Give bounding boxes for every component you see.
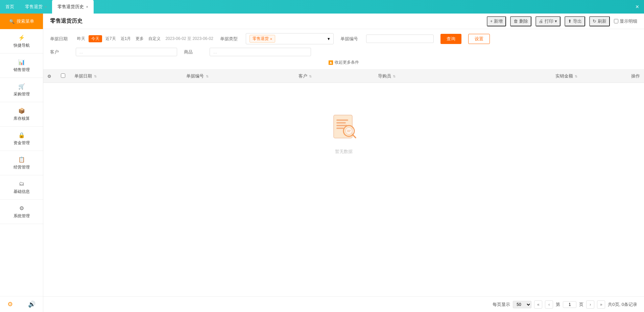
export-label: 导出	[573, 18, 582, 24]
goods-filter-label: 商品	[184, 49, 203, 55]
delete-icon: 🗑	[514, 19, 518, 24]
export-button[interactable]: ⬆ 导出	[565, 16, 585, 26]
number-filter-label: 单据编号	[340, 36, 359, 42]
sidebar-item-quick-nav[interactable]: ⚡ 快捷导航	[0, 29, 43, 53]
tab-retail-return[interactable]: 零售退货 ×	[20, 0, 52, 14]
export-icon: ⬆	[568, 19, 572, 24]
type-filter-tag: 零售退货 ×	[249, 35, 275, 43]
audio-icon[interactable]: 🔊	[28, 300, 35, 308]
svg-rect-1	[336, 119, 348, 121]
sidebar-item-quick-nav-label: 快捷导航	[14, 43, 30, 48]
filter-row-2: 客户 商品	[50, 48, 637, 56]
sidebar-item-purchase-label: 采购管理	[14, 91, 30, 97]
sidebar-item-base-info[interactable]: 🗂 基础信息	[0, 175, 43, 200]
settings-gear-icon[interactable]: ⚙	[47, 74, 51, 79]
display-detail-checkbox[interactable]: 显示明细	[614, 18, 637, 24]
delete-label: 删除	[519, 18, 528, 24]
sidebar-item-system[interactable]: ⚙ 系统管理	[0, 200, 43, 224]
sales-icon: 📊	[18, 58, 25, 66]
total-records-label: 共0页, 0条记录	[608, 302, 637, 308]
page-number-input[interactable]	[563, 301, 576, 308]
last-page-button[interactable]: »	[597, 300, 605, 309]
last-page-icon: »	[600, 302, 602, 307]
delete-button[interactable]: 🗑 删除	[510, 16, 531, 26]
empty-cell: 暂无数据	[43, 83, 644, 182]
type-filter-select[interactable]: 零售退货 × ▾	[246, 33, 334, 44]
th-date[interactable]: 单据日期 ⇅	[70, 70, 182, 83]
th-number[interactable]: 单据编号 ⇅	[182, 70, 294, 83]
sidebar-item-inventory-label: 库存核算	[14, 116, 30, 121]
th-customer[interactable]: 客户 ⇅	[294, 70, 374, 83]
prev-page-button[interactable]: ‹	[545, 300, 553, 309]
settings-button[interactable]: 设置	[468, 34, 490, 44]
svg-rect-4	[336, 128, 344, 129]
sidebar-search[interactable]: 🔍 搜索菜单	[0, 14, 43, 29]
th-amount-label: 实销金额	[555, 73, 573, 79]
next-page-icon: ›	[590, 302, 591, 307]
th-date-label: 单据日期	[74, 73, 92, 79]
table-body: 暂无数据	[43, 83, 644, 182]
sidebar-item-purchase[interactable]: 🛒 采购管理	[0, 78, 43, 102]
type-tag-close[interactable]: ×	[270, 37, 272, 41]
date-opt-more[interactable]: 更多	[134, 35, 145, 42]
settings-bottom-icon[interactable]: ⚙	[7, 300, 13, 308]
refresh-button[interactable]: ↻ 刷新	[589, 16, 610, 26]
date-opt-today[interactable]: 今天	[89, 35, 102, 42]
next-page-button[interactable]: ›	[586, 300, 594, 309]
svg-point-6	[345, 128, 352, 134]
goods-filter-input[interactable]	[210, 48, 311, 56]
sidebar-item-operations-label: 经营管理	[14, 164, 30, 170]
system-icon: ⚙	[18, 204, 25, 212]
first-page-button[interactable]: «	[534, 300, 542, 309]
refresh-label: 刷新	[598, 18, 606, 24]
date-opt-custom[interactable]: 自定义	[147, 35, 162, 42]
add-button[interactable]: + 新增	[487, 16, 506, 26]
customer-filter-input[interactable]	[76, 48, 177, 56]
sidebar-item-inventory[interactable]: 📦 库存核算	[0, 102, 43, 127]
filter-area: 单据日期 昨天 今天 近7天 近1月 更多 自定义 2023-06-02 至 2…	[43, 29, 644, 70]
sidebar-item-finance[interactable]: 🔒 资金管理	[0, 127, 43, 151]
content-area: 零售退货历史 + 新增 🗑 删除 🖨 打印 ▾ ⬆ 导出 ↻	[43, 14, 644, 312]
display-detail-input[interactable]	[614, 19, 618, 23]
print-button[interactable]: 🖨 打印 ▾	[535, 16, 560, 26]
data-table: ⚙ 单据日期 ⇅ 单据编号 ⇅	[43, 70, 644, 182]
date-opt-1month[interactable]: 近1月	[119, 35, 133, 42]
th-number-label: 单据编号	[186, 73, 204, 79]
date-opt-yesterday[interactable]: 昨天	[76, 35, 87, 42]
sidebar-search-label: 搜索菜单	[17, 18, 34, 24]
svg-rect-3	[336, 125, 347, 126]
operations-icon: 📋	[18, 156, 25, 163]
tab-home-label: 首页	[5, 4, 14, 10]
th-customer-label: 客户	[299, 73, 307, 79]
select-all-checkbox[interactable]	[61, 73, 65, 78]
tab-retail-return-label: 零售退货	[25, 4, 43, 10]
date-opt-7days[interactable]: 近7天	[104, 35, 117, 42]
svg-line-7	[353, 135, 356, 138]
number-filter-input[interactable]	[366, 35, 434, 43]
tab-retail-return-history-close[interactable]: ×	[86, 5, 88, 9]
window-close-button[interactable]: ×	[630, 0, 644, 14]
collapse-button[interactable]: 🔼 收起更多条件	[50, 60, 637, 65]
sidebar-item-sales[interactable]: 📊 销售管理	[0, 53, 43, 78]
purchase-icon: 🛒	[18, 83, 25, 90]
main-layout: 🔍 搜索菜单 ⚡ 快捷导航 📊 销售管理 🛒 采购管理 📦 库存核算 🔒 资金管…	[0, 14, 644, 312]
empty-text: 暂无数据	[335, 149, 353, 155]
th-settings[interactable]: ⚙	[43, 70, 57, 83]
tab-retail-return-history[interactable]: 零售退货历史 ×	[52, 0, 93, 14]
th-amount[interactable]: 实销金额 ⇅	[470, 70, 581, 83]
th-guide-label: 导购员	[378, 73, 391, 79]
tab-home[interactable]: 首页	[0, 0, 20, 14]
th-guide[interactable]: 导购员 ⇅	[374, 70, 470, 83]
per-page-select[interactable]: 20 50 100	[513, 301, 531, 308]
filter-row-1: 单据日期 昨天 今天 近7天 近1月 更多 自定义 2023-06-02 至 2…	[50, 33, 637, 44]
tab-retail-return-history-label: 零售退货历史	[57, 4, 84, 10]
collapse-label: 收起更多条件	[335, 60, 359, 65]
sidebar-item-operations[interactable]: 📋 经营管理	[0, 151, 43, 175]
sidebar-bottom: ⚙ 🔊	[0, 296, 43, 312]
top-bar: 首页 零售退货 × 零售退货历史 × ×	[0, 0, 644, 14]
tab-retail-return-close[interactable]: ×	[45, 5, 47, 9]
quick-nav-icon: ⚡	[18, 34, 25, 41]
th-checkbox[interactable]	[57, 70, 70, 83]
query-button[interactable]: 查询	[440, 34, 461, 44]
th-guide-sort-icon: ⇅	[393, 74, 396, 78]
